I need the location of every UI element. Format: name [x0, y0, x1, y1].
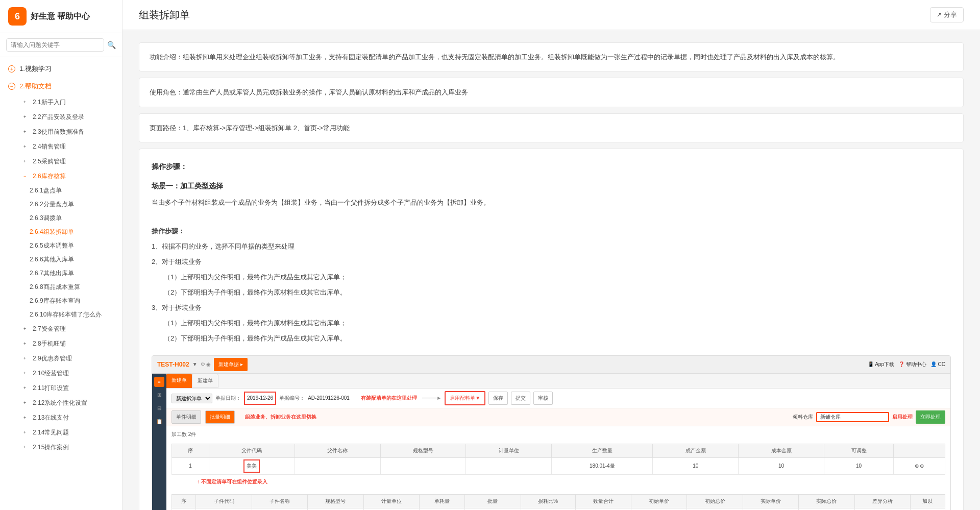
sidebar: 6 好生意 帮助中心 🔍 + 1.视频学习 − 2.帮助文档 + 2.1新手入门 [0, 0, 122, 510]
nav-sub-list-docs: + 2.1新手入门 + 2.2产品安装及登录 + 2.3使用前数据准备 + 2.… [0, 95, 122, 455]
sim-th2-loss: 损耗比% [521, 495, 575, 508]
sim-tab-switch-btn[interactable]: 单件明细 [172, 410, 201, 424]
sim-th2-total-qty: 数量合计 [575, 495, 631, 508]
sidebar-item-install[interactable]: + 2.2产品安装及登录 [19, 110, 122, 125]
share-button[interactable]: ↗ 分享 [930, 7, 964, 22]
sim-th-spec: 规格型号 [380, 444, 466, 458]
sim-th-seq: 序 [172, 444, 209, 458]
sidebar-item-customize[interactable]: + 2.12系统个性化设置 [19, 396, 122, 410]
page-title: 组装拆卸单 [139, 8, 190, 22]
share-icon: ↗ [937, 11, 942, 18]
sim-date-value: 2019-12-26 [244, 392, 276, 405]
sim-date-label: 单据日期： [215, 393, 241, 403]
sim-user-icon: 👤 CC [930, 359, 945, 370]
sim-save-btn[interactable]: 保存 [488, 392, 508, 405]
sidebar-item-sales[interactable]: + 2.4销售管理 [19, 139, 122, 154]
sidebar-item-purchase[interactable]: + 2.5采购管理 [19, 154, 122, 169]
sidebar-item-case[interactable]: + 2.15操作案例 [19, 440, 122, 455]
sim-batch-btn[interactable]: 批量明细 [205, 410, 235, 424]
plus-icon-sm: + [23, 144, 30, 150]
annotation-arrow1: ────► [422, 393, 442, 403]
sim-dropdown: ▼ [192, 359, 198, 370]
sim-table1-area: 加工数 2件 序 父件代码 父件名称 规格型号 计量单位 [166, 426, 950, 476]
nav-group-docs: − 2.帮助文档 + 2.1新手入门 + 2.2产品安装及登录 + 2.3使用前… [0, 78, 122, 455]
annotation-no-fixed: ↑ 不固定清单可在组件位置录入 [197, 479, 267, 484]
scene1-desc: 当由多个子件材料组装成一个成品的业务为【组装】业务，当由一个父件拆分成多个子产品… [152, 196, 951, 209]
sidebar-item-assembly[interactable]: 2.6.4组装拆卸单 [26, 225, 122, 239]
sidebar-item-transfer[interactable]: 2.6.3调拨单 [26, 211, 122, 225]
step3b: （2）下部明细为子件明细，最终作为产成品生成其它入库单。 [164, 332, 951, 345]
sim-table2-area: 序 子件代码 子件名称 规格型号 计量单位 单耗量 批量 损耗比% [166, 489, 950, 510]
sidebar-item-stocktake[interactable]: 2.6.1盘点单 [26, 184, 122, 198]
sim-tab-active[interactable]: 新建单 [166, 374, 192, 388]
plus-icon-sm5: + [23, 371, 30, 377]
sidebar-item-coupon[interactable]: + 2.9优惠券管理 [19, 351, 122, 366]
sidebar-item-partition-stock[interactable]: 2.6.2分量盘点单 [26, 198, 122, 211]
sim-th2-actual-price: 实际单价 [743, 495, 798, 508]
sidebar-item-cost-calc[interactable]: 2.6.8商品成本重算 [26, 280, 122, 294]
sidebar-item-mobile[interactable]: + 2.8手机旺铺 [19, 336, 122, 351]
sidebar-item-operation[interactable]: + 2.10经营管理 [19, 366, 122, 381]
sim-right-icons: 📱 App下载 ❓ 帮助中心 👤 CC [868, 359, 945, 370]
sidebar-item-other-in[interactable]: 2.6.6其他入库单 [26, 253, 122, 266]
search-input[interactable] [6, 38, 104, 52]
sim-th2-seq: 序 [172, 495, 196, 508]
plus-icon-sm3: + [23, 341, 30, 347]
minus-icon-sm: − [23, 174, 30, 180]
sim-th2-diff: 差异分析 [854, 495, 910, 508]
sidebar-item-video[interactable]: + 1.视频学习 [0, 60, 122, 78]
sidebar-item-cost-adj[interactable]: 2.6.5成本调整单 [26, 239, 122, 253]
sim-tab-inactive[interactable]: 新建单 [192, 374, 218, 388]
plus-icon-sm: + [23, 129, 30, 135]
nav-list: + 1.视频学习 − 2.帮助文档 + 2.1新手入门 + 2.2产品安装及登录 [0, 57, 122, 510]
steps-main-title: 操作步骤： [152, 159, 951, 174]
plus-icon-sm7: + [23, 400, 30, 406]
sim-app-icon: 📱 App下载 [868, 359, 894, 370]
plus-icon-sm4: + [23, 356, 30, 362]
sim-warehouse-input[interactable] [816, 412, 889, 422]
step2b: （2）下部明细为子件明细，最终作为原材料生成其它出库单。 [164, 286, 951, 299]
sim-qty-info: 加工数 2件 [172, 429, 945, 440]
sim-config-btn[interactable]: 启用配料单▼ [445, 391, 485, 405]
sidebar-item-newcomer[interactable]: + 2.1新手入门 [19, 95, 122, 110]
sidebar-item-stock-query[interactable]: 2.6.9库存账本查询 [26, 294, 122, 308]
step3a: （1）上部明细为父件明细，最终作为原材料生成其它出库单； [164, 317, 951, 330]
sidebar-item-docs[interactable]: − 2.帮助文档 [0, 78, 122, 95]
screenshot-container: TEST-H002 ▼ ⚙ ◉ 新建单据 ▸ 📱 App下载 ❓ 帮助中心 👤 … [152, 355, 951, 510]
sim-th-adj: 可调整 [824, 444, 894, 458]
scene1-title: 场景一：加工类型选择 [152, 179, 951, 193]
sidebar-item-data[interactable]: + 2.3使用前数据准备 [19, 125, 122, 139]
sim-th-action [894, 444, 945, 458]
plus-icon-sm: + [23, 100, 30, 106]
sidebar-item-faq[interactable]: + 2.14常见问题 [19, 425, 122, 440]
search-icon[interactable]: 🔍 [107, 41, 116, 49]
sidebar-item-inventory[interactable]: − 2.6库存核算 [19, 169, 122, 184]
sim-help-icon: ❓ 帮助中心 [898, 359, 926, 370]
intro-path-card: 页面路径：1、库存核算->库存管理->组装拆卸单 2、首页->常用功能 [139, 113, 964, 142]
sim-new-btn[interactable]: 新建单据 ▸ [214, 358, 248, 371]
sim-tab-spacer [218, 374, 950, 388]
plus-icon-sm8: + [23, 415, 30, 421]
sim-th-pcode: 父件代码 [209, 444, 295, 458]
sim-th2-single: 单耗量 [419, 495, 464, 508]
sim-approve-btn[interactable]: 审核 [533, 392, 553, 405]
sidebar-item-other-out[interactable]: 2.6.7其他出库单 [26, 266, 122, 280]
sim-left-nav: ≡ ⊞ ⊟ 📋 [152, 374, 166, 510]
step3: 3、对于拆装业务 [152, 301, 951, 314]
sidebar-item-print[interactable]: + 2.11打印设置 [19, 381, 122, 396]
sidebar-item-payment[interactable]: + 2.13在线支付 [19, 410, 122, 425]
sidebar-item-fund[interactable]: + 2.7资金管理 [19, 322, 122, 336]
sim-process-btn[interactable]: 立即处理 [916, 410, 945, 424]
sim-th2-op: 加以 [910, 495, 945, 508]
annotation-assembly-switch: 组装业务、拆卸业务在这里切换 [245, 412, 316, 422]
plus-icon-sm6: + [23, 385, 30, 392]
sim-docno-label: 单据编号： [279, 393, 305, 403]
sim-submit-btn[interactable]: 提交 [511, 392, 530, 405]
sim-top-bar: TEST-H002 ▼ ⚙ ◉ 新建单据 ▸ 📱 App下载 ❓ 帮助中心 👤 … [152, 356, 950, 374]
sim-th-unit: 计量单位 [466, 444, 552, 458]
sim-annotation-area: ↑ 不固定清单可在组件位置录入 [166, 476, 950, 489]
sim-th-pname: 父件名称 [295, 444, 380, 458]
sidebar-item-account-error[interactable]: 2.6.10库存账本错了怎么办 [26, 308, 122, 322]
sim-doc-type-select[interactable]: 新建拆卸单 [172, 394, 212, 403]
main-area: 组装拆卸单 ↗ 分享 功能介绍：组装拆卸单用来处理企业组装或拆卸等加工业务，支持… [122, 0, 980, 510]
